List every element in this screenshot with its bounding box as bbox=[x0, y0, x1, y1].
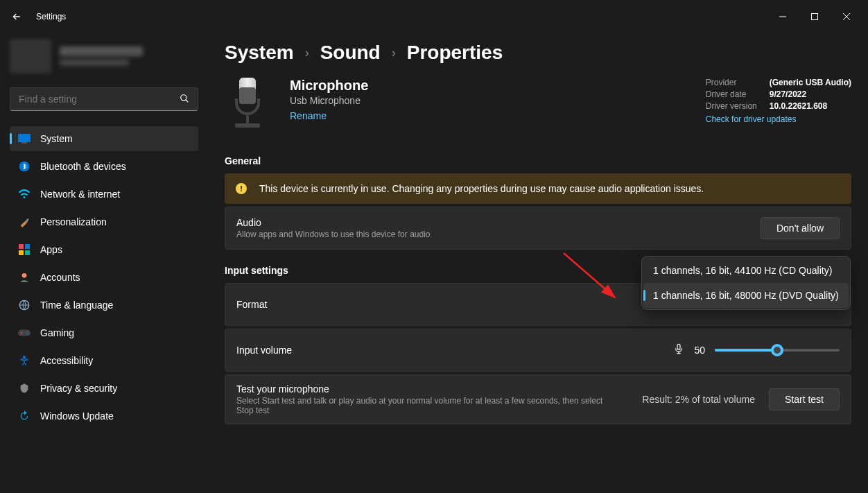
svg-rect-10 bbox=[19, 244, 24, 249]
mic-icon[interactable] bbox=[673, 343, 684, 357]
driver-version-label: Driver version bbox=[706, 101, 757, 111]
svg-rect-25 bbox=[235, 123, 260, 128]
sidebar-item-label: Apps bbox=[40, 244, 62, 255]
sidebar-item-label: Gaming bbox=[40, 327, 74, 338]
start-test-button[interactable]: Start test bbox=[769, 388, 840, 410]
sidebar-item-label: Accessibility bbox=[40, 355, 93, 366]
search-box[interactable] bbox=[10, 87, 198, 111]
sidebar-item-apps[interactable]: Apps bbox=[10, 237, 198, 262]
svg-point-18 bbox=[21, 332, 22, 334]
test-mic-sub: Select Start test and talk or play audio… bbox=[236, 396, 618, 415]
device-subtitle: Usb Microphone bbox=[290, 95, 368, 106]
format-option-selected[interactable]: 1 channels, 16 bit, 48000 Hz (DVD Qualit… bbox=[643, 283, 849, 308]
section-general: General bbox=[225, 155, 851, 166]
audio-card-sub: Allow apps and Windows to use this devic… bbox=[236, 230, 431, 239]
sidebar-item-system[interactable]: System bbox=[10, 126, 198, 151]
sidebar-item-label: Bluetooth & devices bbox=[40, 161, 126, 172]
slider-thumb[interactable] bbox=[771, 344, 783, 356]
title-bar: Settings bbox=[0, 0, 868, 33]
sidebar-item-accounts[interactable]: Accounts bbox=[10, 265, 198, 290]
avatar bbox=[10, 39, 51, 73]
accessibility-icon bbox=[18, 354, 31, 367]
svg-point-20 bbox=[23, 356, 26, 358]
wifi-icon bbox=[18, 188, 31, 200]
input-volume-card: Input volume 50 bbox=[225, 329, 851, 372]
warning-icon: ! bbox=[236, 183, 247, 194]
svg-rect-6 bbox=[18, 134, 31, 142]
maximize-button[interactable] bbox=[799, 6, 831, 28]
device-title: Microphone bbox=[290, 78, 368, 94]
svg-point-14 bbox=[22, 273, 27, 278]
close-button[interactable] bbox=[831, 6, 862, 28]
audio-card: Audio Allow apps and Windows to use this… bbox=[225, 207, 851, 250]
sidebar-item-time[interactable]: Time & language bbox=[10, 293, 198, 318]
svg-rect-27 bbox=[677, 344, 680, 349]
gamepad-icon bbox=[18, 327, 31, 339]
svg-point-9 bbox=[24, 196, 26, 198]
test-result: Result: 2% of total volume bbox=[642, 394, 755, 405]
driver-date-value: 9/27/2022 bbox=[770, 89, 851, 99]
test-mic-title: Test your microphone bbox=[236, 383, 618, 395]
sidebar-item-bluetooth[interactable]: Bluetooth & devices bbox=[10, 154, 198, 179]
shield-icon bbox=[18, 382, 31, 395]
apps-icon bbox=[18, 243, 31, 256]
search-input[interactable] bbox=[19, 94, 180, 105]
breadcrumb-sound[interactable]: Sound bbox=[320, 42, 381, 64]
sidebar-item-network[interactable]: Network & internet bbox=[10, 182, 198, 207]
driver-date-label: Driver date bbox=[706, 89, 757, 99]
sidebar-item-accessibility[interactable]: Accessibility bbox=[10, 348, 198, 373]
update-icon bbox=[18, 410, 31, 422]
volume-slider[interactable] bbox=[715, 349, 840, 352]
rename-link[interactable]: Rename bbox=[290, 110, 327, 121]
svg-rect-12 bbox=[19, 250, 24, 255]
format-card: Format 1 channels, 16 bit, 44100 Hz (CD … bbox=[225, 283, 851, 326]
bluetooth-icon bbox=[18, 160, 31, 173]
svg-rect-7 bbox=[21, 142, 27, 144]
breadcrumb-current: Properties bbox=[407, 42, 503, 64]
provider-value: (Generic USB Audio) bbox=[770, 78, 851, 87]
window-title: Settings bbox=[36, 12, 66, 21]
sidebar-item-personalization[interactable]: Personalization bbox=[10, 209, 198, 234]
sidebar-item-update[interactable]: Windows Update bbox=[10, 404, 198, 429]
system-icon bbox=[18, 132, 31, 145]
format-dropdown[interactable]: 1 channels, 16 bit, 44100 Hz (CD Quality… bbox=[641, 256, 851, 310]
volume-value: 50 bbox=[694, 345, 705, 356]
sidebar-item-label: Privacy & security bbox=[40, 383, 117, 394]
brush-icon bbox=[18, 216, 31, 228]
svg-rect-13 bbox=[25, 250, 30, 255]
format-card-title: Format bbox=[236, 299, 267, 310]
svg-rect-17 bbox=[18, 330, 31, 336]
content-area: System › Sound › Properties Microphone bbox=[208, 33, 868, 493]
person-icon bbox=[18, 271, 31, 284]
globe-clock-icon bbox=[18, 299, 31, 311]
sidebar-item-privacy[interactable]: Privacy & security bbox=[10, 376, 198, 401]
audio-card-title: Audio bbox=[236, 217, 431, 228]
dont-allow-button[interactable]: Don't allow bbox=[761, 217, 840, 239]
search-icon bbox=[180, 94, 189, 105]
chevron-right-icon: › bbox=[392, 46, 396, 60]
provider-label: Provider bbox=[706, 78, 757, 87]
sidebar-item-label: Accounts bbox=[40, 272, 80, 283]
warning-banner: ! This device is currently in use. Chang… bbox=[225, 173, 851, 204]
driver-version-value: 10.0.22621.608 bbox=[770, 101, 851, 111]
svg-rect-23 bbox=[239, 87, 256, 104]
minimize-button[interactable] bbox=[767, 6, 799, 28]
format-option[interactable]: 1 channels, 16 bit, 44100 Hz (CD Quality… bbox=[643, 258, 849, 283]
sidebar: System Bluetooth & devices Network & int… bbox=[0, 33, 208, 493]
input-volume-title: Input volume bbox=[236, 345, 292, 356]
test-microphone-card: Test your microphone Select Start test a… bbox=[225, 374, 851, 424]
check-updates-link[interactable]: Check for driver updates bbox=[706, 114, 851, 124]
sidebar-item-label: Time & language bbox=[40, 300, 113, 311]
breadcrumb-system[interactable]: System bbox=[225, 42, 294, 64]
microphone-icon bbox=[225, 78, 270, 139]
svg-line-5 bbox=[186, 99, 189, 102]
sidebar-item-gaming[interactable]: Gaming bbox=[10, 320, 198, 345]
sidebar-item-label: Personalization bbox=[40, 216, 107, 227]
device-header: Microphone Usb Microphone Rename Provide… bbox=[225, 78, 851, 139]
back-button[interactable] bbox=[6, 6, 28, 28]
svg-point-4 bbox=[181, 94, 186, 100]
breadcrumb: System › Sound › Properties bbox=[225, 42, 851, 64]
profile-block[interactable] bbox=[10, 39, 198, 73]
chevron-right-icon: › bbox=[305, 46, 309, 60]
sidebar-item-label: System bbox=[40, 133, 73, 144]
